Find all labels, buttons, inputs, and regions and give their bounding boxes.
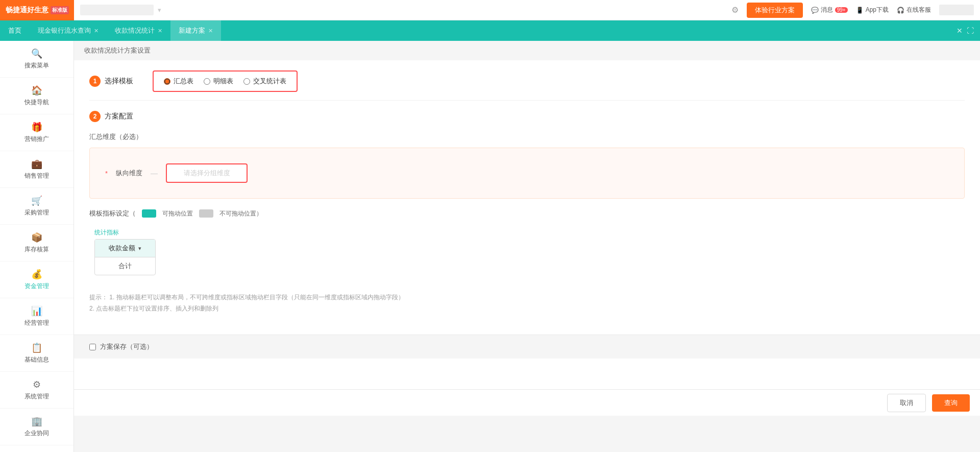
radio-detail[interactable]: 明细表: [204, 77, 233, 86]
message-badge: 99+: [835, 7, 848, 13]
operations-icon: 📊: [31, 305, 42, 317]
sidebar-item-enterprise[interactable]: 🏢 企业协同: [0, 409, 74, 445]
tab-new-plan[interactable]: 新建方案 ✕: [170, 20, 221, 41]
tips-section: 提示： 1. 拖动标题栏可以调整布局，不可跨维度或指标区域拖动栏目字段（只能在同…: [89, 287, 965, 319]
tab-new-plan-label: 新建方案: [179, 26, 205, 35]
close-window-icon[interactable]: ✕: [957, 27, 963, 35]
sidebar-item-home[interactable]: 🏠 快捷导航: [0, 78, 74, 114]
tab-bank-flow-label: 现金银行流水查询: [38, 26, 91, 35]
app-name: 畅捷通好生意: [6, 6, 48, 15]
save-label[interactable]: 方案保存（可选）: [100, 342, 153, 351]
content-area: 收款情况统计方案设置 1 选择模板 汇总表 明细表: [74, 41, 980, 452]
breadcrumb-text: [80, 5, 154, 15]
sidebar-item-operations[interactable]: 📊 经营管理: [0, 298, 74, 335]
vertical-dim-label: 纵向维度: [116, 169, 142, 178]
inventory-icon: 📦: [31, 232, 42, 243]
tab-new-plan-close[interactable]: ✕: [208, 28, 213, 34]
tab-collections-label: 收款情况统计: [115, 26, 155, 35]
summary-dim-label: 汇总维度（必选）: [89, 132, 965, 141]
try-industry-button[interactable]: 体验行业方案: [747, 3, 803, 18]
dim-arrow: —: [151, 169, 158, 177]
radio-cross[interactable]: 交叉统计表: [243, 77, 286, 86]
tab-collections-close[interactable]: ✕: [158, 28, 162, 34]
tip-line-1: 提示： 1. 拖动标题栏可以调整布局，不可跨维度或指标区域拖动栏目字段（只能在同…: [89, 292, 965, 303]
radio-cross-label[interactable]: 交叉统计表: [253, 77, 286, 86]
indicator-header: 模板指标设定（ 可拖动位置 不可拖动位置）: [89, 209, 965, 218]
download-button[interactable]: 📱 App下载: [856, 6, 889, 14]
query-button[interactable]: 查询: [932, 394, 970, 412]
tab-bank-flow-close[interactable]: ✕: [94, 28, 99, 34]
sidebar-item-finance-label: 资金管理: [24, 282, 49, 291]
page-title-bar: 收款情况统计方案设置: [74, 41, 980, 60]
sidebar-item-home-label: 快捷导航: [24, 98, 49, 107]
sidebar-item-inventory-label: 库存核算: [24, 245, 49, 254]
sidebar-item-purchase[interactable]: 🛒 采购管理: [0, 188, 74, 225]
radio-cross-input[interactable]: [243, 78, 250, 85]
message-icon: 💬: [811, 7, 819, 14]
step1-num: 1: [89, 76, 101, 87]
stat-table-header[interactable]: 收款金额 ▾: [95, 240, 155, 257]
content-inner: 收款情况统计方案设置 1 选择模板 汇总表 明细表: [74, 41, 980, 389]
save-section: 方案保存（可选）: [74, 335, 980, 359]
finance-icon: 💰: [31, 269, 42, 280]
tab-bank-flow[interactable]: 现金银行流水查询 ✕: [30, 20, 107, 41]
breadcrumb-chevron: ▾: [158, 6, 161, 14]
sidebar-item-guide[interactable]: 📖 新手引导: [0, 445, 74, 452]
message-label: 消息: [821, 6, 833, 14]
dimension-area: * 纵向维度 — 请选择分组维度: [89, 148, 965, 199]
stat-col-header-label: 收款金额: [109, 244, 135, 253]
page-title: 收款情况统计方案设置: [84, 46, 151, 54]
top-bar: 畅捷通好生意 标准版 ▾ ⚙ 体验行业方案 💬 消息 99+ 📱 App下载 🎧…: [0, 0, 980, 20]
template-selection-box: 汇总表 明细表 交叉统计表: [153, 70, 298, 92]
support-button[interactable]: 🎧 在线客服: [897, 6, 931, 14]
radio-summary[interactable]: 汇总表: [164, 77, 193, 86]
gear-icon[interactable]: ⚙: [731, 5, 739, 15]
main-layout: 🔍 搜索菜单 🏠 快捷导航 🎁 营销推广 💼 销售管理 🛒 采购管理 📦 库存核…: [0, 41, 980, 452]
support-icon: 🎧: [897, 7, 904, 14]
tab-home[interactable]: 首页: [0, 20, 30, 41]
top-actions: ⚙ 体验行业方案 💬 消息 99+ 📱 App下载 🎧 在线客服: [731, 3, 974, 18]
sidebar-item-sales[interactable]: 💼 销售管理: [0, 151, 74, 188]
home-icon: 🏠: [31, 85, 42, 96]
sidebar-item-search[interactable]: 🔍 搜索菜单: [0, 41, 74, 78]
sidebar-item-basic-info-label: 基础信息: [24, 355, 49, 364]
sidebar-item-system-label: 系统管理: [24, 392, 49, 401]
radio-detail-input[interactable]: [204, 78, 210, 85]
save-checkbox[interactable]: [89, 344, 96, 350]
user-avatar[interactable]: [939, 5, 974, 15]
sidebar-item-finance[interactable]: 💰 资金管理: [0, 261, 74, 298]
sidebar-item-purchase-label: 采购管理: [24, 208, 49, 217]
radio-summary-input[interactable]: [164, 78, 170, 85]
breadcrumb-area: ▾: [80, 5, 731, 15]
tab-home-label: 首页: [8, 26, 21, 35]
sidebar-item-basic-info[interactable]: 📋 基础信息: [0, 335, 74, 372]
sidebar-item-inventory[interactable]: 📦 库存核算: [0, 225, 74, 261]
footer: 取消 查询: [74, 389, 980, 416]
draggable-label: 可拖动位置: [162, 209, 193, 218]
step2-label: 方案配置: [105, 112, 133, 121]
sidebar-item-marketing-label: 营销推广: [24, 135, 49, 144]
sidebar-item-marketing[interactable]: 🎁 营销推广: [0, 114, 74, 151]
tab-collections[interactable]: 收款情况统计 ✕: [107, 20, 170, 41]
sidebar-item-system[interactable]: ⚙ 系统管理: [0, 372, 74, 409]
stat-table: 收款金额 ▾ 合计: [94, 239, 156, 275]
dim-select-button[interactable]: 请选择分组维度: [166, 163, 248, 183]
purchase-icon: 🛒: [31, 195, 42, 206]
expand-icon[interactable]: ⛶: [967, 27, 974, 35]
stat-table-area: 统计指标 收款金额 ▾ 合计: [89, 223, 965, 277]
sales-icon: 💼: [31, 158, 42, 170]
stat-section-label: 统计指标: [94, 228, 965, 237]
stat-col-chevron[interactable]: ▾: [138, 245, 141, 252]
radio-summary-label[interactable]: 汇总表: [174, 77, 193, 86]
nav-tabs: 首页 现金银行流水查询 ✕ 收款情况统计 ✕ 新建方案 ✕ ✕ ⛶: [0, 20, 980, 41]
step2-num: 2: [89, 111, 101, 122]
stat-col-row-label: 合计: [118, 262, 132, 270]
enterprise-icon: 🏢: [31, 416, 42, 427]
no-draggable-label: 不可拖动位置）: [219, 209, 262, 218]
radio-detail-label[interactable]: 明细表: [213, 77, 233, 86]
cancel-button[interactable]: 取消: [887, 394, 926, 412]
window-controls: ✕ ⛶: [957, 20, 980, 41]
download-icon: 📱: [856, 7, 864, 14]
message-button[interactable]: 💬 消息 99+: [811, 6, 848, 14]
basic-info-icon: 📋: [31, 342, 42, 353]
